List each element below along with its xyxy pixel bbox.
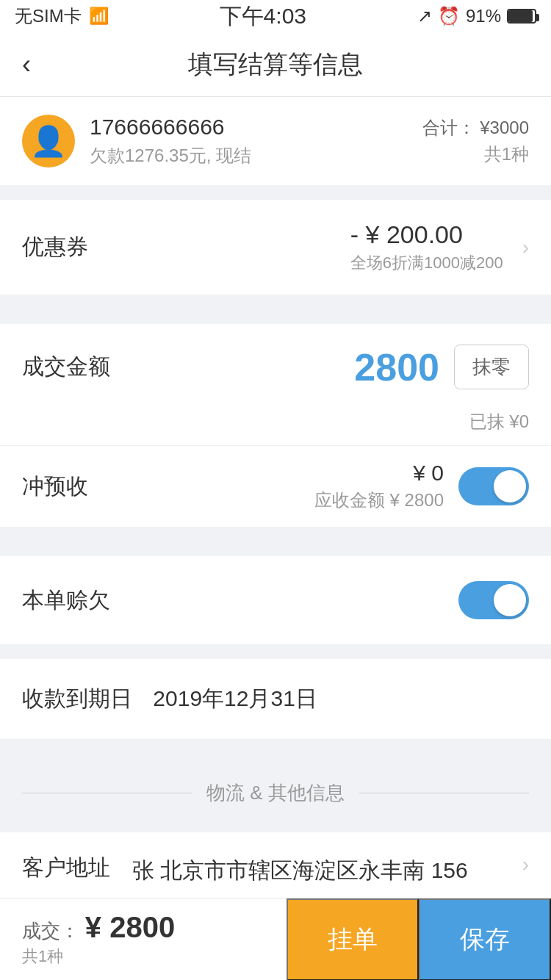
prepay-right: ¥ 0 应收金额 ¥ 2800	[314, 461, 529, 512]
hold-button[interactable]: 挂单	[287, 898, 419, 981]
avatar: 👤	[22, 115, 75, 167]
battery-percent: 91%	[466, 6, 501, 26]
page-title: 填写结算等信息	[188, 48, 363, 82]
main-content: 👤 17666666666 欠款1276.35元, 现结 合计： ¥3000 共…	[0, 97, 551, 980]
prepay-amount: ¥ 0	[314, 461, 444, 486]
coupon-section: 优惠券 - ¥ 200.00 全场6折满1000减200 ›	[0, 200, 551, 295]
bottom-bar: 成交： ¥ 2800 共1种 挂单 保存	[0, 898, 551, 980]
prepay-amounts: ¥ 0 应收金额 ¥ 2800	[314, 461, 444, 512]
prepay-label: 冲预收	[22, 472, 88, 502]
debt-label: 本单赊欠	[22, 586, 110, 616]
customer-info: 17666666666 欠款1276.35元, 现结	[90, 115, 251, 167]
debt-toggle[interactable]	[458, 581, 529, 619]
status-right: ↗ ⏰ 91%	[417, 6, 536, 26]
debt-toggle-knob	[494, 584, 526, 616]
chevron-right-icon: ›	[522, 236, 529, 259]
address-label: 客户地址	[22, 853, 110, 883]
coupon-right: - ¥ 200.00 全场6折满1000减200 ›	[350, 220, 529, 274]
coupon-row[interactable]: 优惠券 - ¥ 200.00 全场6折满1000减200 ›	[0, 200, 551, 295]
divider-2	[0, 541, 551, 556]
no-sim-text: 无SIM卡	[15, 4, 82, 28]
due-date-row: 收款到期日 2019年12月31日	[0, 659, 551, 739]
customer-subtext: 欠款1276.35元, 现结	[90, 144, 251, 167]
bottom-deal-label-row: 成交： ¥ 2800	[22, 911, 264, 944]
back-button[interactable]: ‹	[22, 49, 31, 80]
total-label: 合计： ¥3000	[422, 116, 529, 140]
logistics-header: 物流 & 其他信息	[0, 768, 551, 818]
coupon-discount: - ¥ 200.00	[350, 220, 503, 249]
coupon-desc: 全场6折满1000减200	[350, 252, 503, 274]
bottom-summary: 成交： ¥ 2800 共1种	[0, 911, 287, 968]
debt-row: 本单赊欠	[0, 556, 551, 644]
divider-4	[0, 818, 551, 832]
due-date-label: 收款到期日	[22, 686, 132, 710]
battery-icon	[507, 9, 536, 24]
debt-section: 本单赊欠	[0, 556, 551, 644]
erased-amount: 已抹 ¥0	[0, 410, 551, 445]
address-chevron-icon: ›	[522, 853, 529, 876]
customer-phone: 17666666666	[90, 115, 251, 140]
due-date-section: 收款到期日 2019年12月31日	[0, 659, 551, 739]
status-bar: 无SIM卡 📶 下午4:03 ↗ ⏰ 91%	[0, 0, 551, 32]
deal-amount-number: 2800	[354, 345, 439, 389]
bottom-deal-label: 成交：	[22, 920, 79, 942]
total-amount: ¥3000	[480, 118, 529, 137]
prepay-row: 冲预收 ¥ 0 应收金额 ¥ 2800	[0, 446, 551, 527]
customer-card: 👤 17666666666 欠款1276.35元, 现结 合计： ¥3000 共…	[0, 97, 551, 185]
prepay-toggle[interactable]	[458, 467, 529, 505]
bottom-deal-count: 共1种	[22, 945, 264, 968]
avatar-icon: 👤	[30, 124, 67, 159]
nav-bar: ‹ 填写结算等信息	[0, 32, 551, 97]
status-time: 下午4:03	[220, 1, 306, 32]
due-date-value: 2019年12月31日	[153, 686, 317, 710]
deal-amount-label: 成交金额	[22, 352, 110, 382]
deal-amount-row: 成交金额 2800 抹零	[0, 324, 551, 410]
bottom-deal-amount: ¥ 2800	[85, 911, 175, 943]
alarm-icon: ⏰	[438, 6, 460, 26]
round-off-button[interactable]: 抹零	[454, 345, 529, 389]
status-left: 无SIM卡 📶	[15, 4, 109, 28]
prepay-receivable: 应收金额 ¥ 2800	[314, 489, 444, 512]
toggle-knob	[494, 470, 526, 502]
divider-1	[0, 309, 551, 324]
wifi-icon: 📶	[89, 7, 109, 26]
divider-3	[0, 754, 551, 768]
total-count: 共1种	[422, 143, 529, 166]
logistics-label: 物流 & 其他信息	[206, 780, 345, 806]
deal-amount-right: 2800 抹零	[354, 345, 529, 389]
customer-left: 👤 17666666666 欠款1276.35元, 现结	[22, 115, 251, 167]
customer-right: 合计： ¥3000 共1种	[422, 116, 529, 166]
coupon-label: 优惠券	[22, 232, 88, 262]
location-icon: ↗	[417, 6, 432, 26]
save-button[interactable]: 保存	[419, 898, 551, 981]
deal-amount-section: 成交金额 2800 抹零 已抹 ¥0 冲预收 ¥ 0 应收金额 ¥ 2800	[0, 324, 551, 527]
